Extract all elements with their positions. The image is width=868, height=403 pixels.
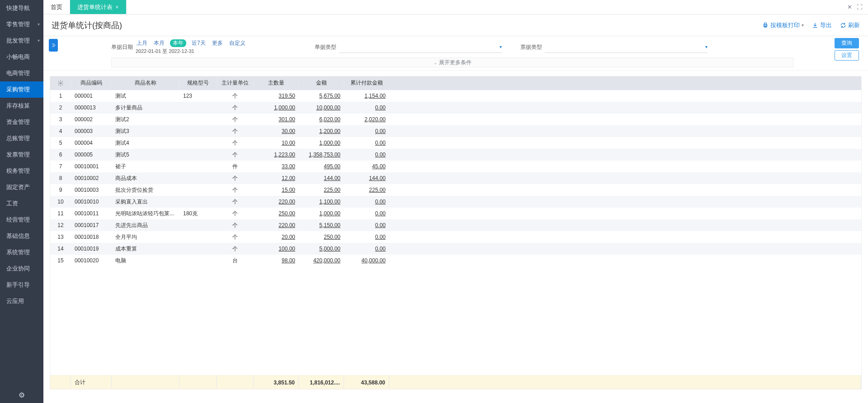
col-product-code[interactable]: 商品编码 [71, 76, 112, 90]
sidebar-item-1[interactable]: 零售管理▾ [0, 16, 43, 33]
cell-paid[interactable]: 40,000.00 [344, 255, 389, 266]
table-row[interactable]: 5000004测试4个10.001,000.000.00 [50, 137, 861, 149]
fullscreen-icon[interactable]: ⛶ [857, 4, 863, 10]
sidebar-item-3[interactable]: 小畅电商 [0, 49, 43, 65]
table-row[interactable]: 1000001测试123个319.505,675.001,154.00 [50, 90, 861, 102]
col-amount[interactable]: 金额 [299, 76, 344, 90]
date-opt[interactable]: 更多 [211, 39, 224, 47]
tab-report-active[interactable]: 进货单统计表 × [70, 0, 127, 14]
cell-paid[interactable]: 225.00 [344, 184, 389, 196]
cell-qty[interactable]: 10.00 [254, 137, 299, 149]
ticket-type-select[interactable]: ▾ [545, 41, 708, 53]
table-row[interactable]: 1200010017先进先出商品个220.005,150.000.00 [50, 219, 861, 231]
cell-amount[interactable]: 225.00 [299, 184, 344, 196]
date-opt[interactable]: 本年 [170, 39, 186, 47]
cell-paid[interactable]: 0.00 [344, 219, 389, 231]
date-opt[interactable]: 近7天 [191, 39, 207, 47]
cell-qty[interactable]: 98.00 [254, 255, 299, 266]
sidebar-item-15[interactable]: 系统管理 [0, 244, 43, 261]
table-row[interactable]: 1000010010采购直入直出个220.001,100.000.00 [50, 196, 861, 208]
cell-qty[interactable]: 250.00 [254, 208, 299, 219]
cell-paid[interactable]: 0.00 [344, 208, 389, 219]
cell-qty[interactable]: 33.00 [254, 161, 299, 172]
cell-amount[interactable]: 5,150.00 [299, 219, 344, 231]
refresh-button[interactable]: 刷新 [840, 21, 860, 29]
cell-amount[interactable]: 5,675.00 [299, 90, 344, 102]
cell-amount[interactable]: 1,200.00 [299, 125, 344, 137]
tab-home[interactable]: 首页 [43, 0, 70, 14]
table-row[interactable]: 1300010018全月平均个20.00250.000.00 [50, 231, 861, 243]
sidebar-item-5[interactable]: 采购管理 [0, 81, 43, 98]
cell-paid[interactable]: 0.00 [344, 137, 389, 149]
sidebar-item-13[interactable]: 经营管理 [0, 212, 43, 228]
print-button[interactable]: 按模板打印 ▾ [762, 21, 804, 29]
table-row[interactable]: 1100010011光明咕浓咕浓轻巧包莱...180克个250.001,000.… [50, 208, 861, 219]
cell-paid[interactable]: 0.00 [344, 231, 389, 243]
cell-qty[interactable]: 1,000.00 [254, 102, 299, 114]
cell-qty[interactable]: 20.00 [254, 231, 299, 243]
cell-paid[interactable]: 2,020.00 [344, 114, 389, 125]
cell-paid[interactable]: 0.00 [344, 102, 389, 114]
cell-qty[interactable]: 301.00 [254, 114, 299, 125]
query-button[interactable]: 查询 [835, 38, 859, 48]
sidebar-item-14[interactable]: 基础信息 [0, 228, 43, 244]
table-row[interactable]: 1500010020电脑台98.00420,000.0040,000.00 [50, 255, 861, 266]
tab-close-all-icon[interactable]: ✕ [847, 4, 852, 10]
date-opt[interactable]: 本月 [153, 39, 165, 47]
order-type-select[interactable]: ▾ [339, 41, 502, 53]
cell-qty[interactable]: 1,223.00 [254, 149, 299, 161]
cell-qty[interactable]: 30.00 [254, 125, 299, 137]
cell-qty[interactable]: 100.00 [254, 243, 299, 255]
settings-button[interactable]: 设置 [835, 50, 859, 61]
sidebar-item-11[interactable]: 固定资产 [0, 179, 43, 195]
cell-paid[interactable]: 0.00 [344, 149, 389, 161]
collapse-filter-button[interactable] [49, 39, 58, 52]
sidebar-item-0[interactable]: 快捷导航 [0, 0, 43, 16]
close-icon[interactable]: × [115, 4, 119, 10]
table-row[interactable]: 6000005测试5个1,223.001,358,753.000.00 [50, 149, 861, 161]
table-row[interactable]: 700010001裙子件33.00495.0045.00 [50, 161, 861, 172]
sidebar-item-17[interactable]: 新手引导 [0, 277, 43, 293]
cell-amount[interactable]: 1,000.00 [299, 137, 344, 149]
cell-paid[interactable]: 0.00 [344, 196, 389, 208]
sidebar-item-8[interactable]: 总账管理 [0, 130, 43, 147]
cell-qty[interactable]: 220.00 [254, 196, 299, 208]
sidebar-item-16[interactable]: 企业协同 [0, 261, 43, 277]
cell-amount[interactable]: 495.00 [299, 161, 344, 172]
col-qty[interactable]: 主数量 [254, 76, 299, 90]
col-spec[interactable]: 规格型号 [179, 76, 217, 90]
export-button[interactable]: 导出 [812, 21, 832, 29]
date-opt[interactable]: 自定义 [228, 39, 246, 47]
table-row[interactable]: 4000003测试3个30.001,200.000.00 [50, 125, 861, 137]
cell-qty[interactable]: 15.00 [254, 184, 299, 196]
table-row[interactable]: 20000013多计量商品个1,000.0010,000.000.00 [50, 102, 861, 114]
col-paid[interactable]: 累计付款金额 [344, 76, 389, 90]
date-opt[interactable]: 上月 [136, 39, 148, 47]
table-row[interactable]: 1400010019成本重算个100.005,000.000.00 [50, 243, 861, 255]
sidebar-item-2[interactable]: 批发管理▾ [0, 33, 43, 49]
cell-paid[interactable]: 144.00 [344, 172, 389, 184]
sidebar-item-7[interactable]: 资金管理 [0, 114, 43, 130]
cell-amount[interactable]: 5,000.00 [299, 243, 344, 255]
sidebar-item-6[interactable]: 库存核算 [0, 98, 43, 114]
cell-paid[interactable]: 0.00 [344, 243, 389, 255]
sidebar-item-10[interactable]: 税务管理 [0, 163, 43, 179]
cell-amount[interactable]: 420,000.00 [299, 255, 344, 266]
expand-more-button[interactable]: ⌄ 展开更多条件 [111, 57, 793, 67]
cell-paid[interactable]: 1,154.00 [344, 90, 389, 102]
sidebar-item-12[interactable]: 工资 [0, 195, 43, 212]
sidebar-item-4[interactable]: 电商管理 [0, 65, 43, 81]
table-row[interactable]: 800010002商品成本个12.00144.00144.00 [50, 172, 861, 184]
cell-paid[interactable]: 45.00 [344, 161, 389, 172]
cell-amount[interactable]: 10,000.00 [299, 102, 344, 114]
table-row[interactable]: 3000002测试2个301.006,020.002,020.00 [50, 114, 861, 125]
cell-qty[interactable]: 12.00 [254, 172, 299, 184]
cell-paid[interactable]: 0.00 [344, 125, 389, 137]
sidebar-settings-icon[interactable]: ⚙ [19, 391, 25, 399]
cell-amount[interactable]: 1,358,753.00 [299, 149, 344, 161]
sidebar-item-9[interactable]: 发票管理 [0, 147, 43, 163]
cell-amount[interactable]: 1,100.00 [299, 196, 344, 208]
table-settings-cell[interactable] [50, 76, 71, 90]
cell-amount[interactable]: 250.00 [299, 231, 344, 243]
sidebar-item-18[interactable]: 云应用 [0, 293, 43, 309]
